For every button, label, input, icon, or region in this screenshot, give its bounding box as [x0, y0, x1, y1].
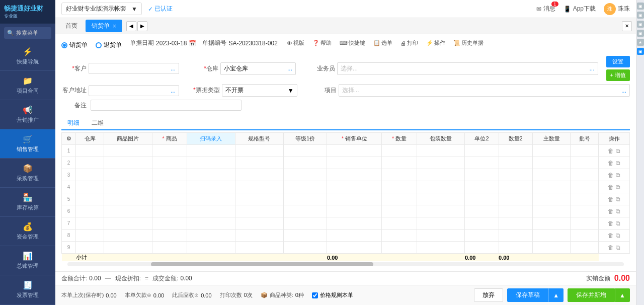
search-menu-button[interactable]: 🔍 搜索菜单 — [4, 27, 51, 39]
sidebar-item-project[interactable]: 📁 项目合同 — [0, 71, 55, 100]
tab-next-button[interactable]: ▶ — [137, 21, 147, 31]
th-sales-unit: * 销售单位 — [327, 133, 382, 145]
row-copy-icon[interactable]: ⧉ — [616, 160, 620, 167]
receivable-field: 此后应收⊙ 0.00 — [172, 291, 211, 299]
row-delete-icon[interactable]: 🗑 — [608, 220, 614, 227]
row-delete-icon[interactable]: 🗑 — [608, 232, 614, 239]
tab-sales-order[interactable]: 销货单 × — [86, 20, 122, 32]
product-icon: 📦 — [261, 292, 268, 298]
sidebar-item-sales[interactable]: 🛒 销售管理 — [0, 129, 55, 159]
user-avatar[interactable]: 珠 珠珠 — [604, 3, 630, 15]
remark-input[interactable] — [91, 100, 242, 111]
company-selector[interactable]: 好业财专业版演示帐套 ▼ — [61, 3, 142, 15]
right-panel-icon-3[interactable]: ▣ — [637, 21, 644, 28]
address-input[interactable]: ... — [89, 85, 179, 96]
deal-label: 成交金额: — [152, 274, 178, 283]
settings-button[interactable]: 设置 — [606, 56, 630, 67]
sidebar-item-marketing[interactable]: 📢 营销推广 — [0, 100, 55, 129]
invoice-select[interactable]: 不开票 ▼ — [222, 84, 297, 97]
sidebar-item-invoice[interactable]: 🧾 发票管理 — [0, 275, 55, 304]
radio-return-order[interactable]: 退货单 — [96, 41, 122, 49]
product-types-label: 商品种类: — [270, 291, 293, 299]
salesman-input[interactable]: 选择... ... — [337, 62, 598, 75]
th-pack-qty: 包装数量 — [417, 133, 465, 145]
row-delete-icon[interactable]: 🗑 — [608, 184, 614, 191]
warehouse-input[interactable]: 小宝仓库 ... — [220, 62, 296, 75]
sidebar-item-funds[interactable]: 💰 资金管理 — [0, 217, 55, 246]
sidebar-item-inventory[interactable]: 🏪 库存核算 — [0, 188, 55, 217]
sidebar-item-quick-nav[interactable]: ⚡ 快捷导航 — [0, 42, 55, 71]
shortcut-button[interactable]: ⌨ 快捷键 — [337, 38, 368, 48]
actual-label: 实销金额 — [586, 274, 610, 283]
row-delete-icon[interactable]: 🗑 — [608, 196, 614, 203]
row-copy-icon[interactable]: ⧉ — [616, 172, 620, 179]
th-qty2-label: 数量2 — [509, 135, 523, 141]
warehouse-dots[interactable]: ... — [287, 65, 292, 72]
sidebar-item-label: 资金管理 — [17, 233, 39, 241]
price-check: 价格规则本单 — [312, 291, 353, 299]
save-draft-arrow[interactable]: ▲ — [548, 288, 564, 302]
tab-prev-button[interactable]: ◀ — [126, 21, 136, 31]
tab-2d[interactable]: 二维 — [86, 117, 110, 129]
tab-close-all-button[interactable]: ✕ — [622, 21, 632, 31]
save-draft-button[interactable]: 保存草稿 — [507, 288, 548, 302]
print-button[interactable]: 🖨 打印 — [397, 38, 421, 48]
scrollbar-thumb[interactable] — [151, 262, 373, 266]
row-copy-icon[interactable]: ⧉ — [616, 196, 620, 203]
operation-button[interactable]: ⚡ 操作 — [423, 38, 448, 48]
right-panel-icon-5[interactable]: ★ — [637, 39, 644, 46]
row-copy-icon[interactable]: ⧉ — [616, 208, 620, 215]
row-delete-icon[interactable]: 🗑 — [608, 244, 614, 251]
funds-icon: 💰 — [23, 222, 33, 232]
customer-input[interactable]: ... — [89, 63, 179, 74]
history-button[interactable]: 📜 历史单据 — [450, 38, 487, 48]
customer-dots[interactable]: ... — [171, 65, 176, 72]
right-panel-icon-1[interactable]: ▣ — [637, 3, 644, 10]
tab-home[interactable]: 首页 — [59, 20, 84, 32]
tab-detail[interactable]: 明细 — [61, 117, 86, 130]
actual-value: 0.00 — [614, 274, 630, 283]
right-panel-icon-6[interactable]: ▣ — [637, 48, 644, 55]
row-delete-icon[interactable]: 🗑 — [608, 172, 614, 179]
select-order-button[interactable]: 📋 选单 — [370, 38, 395, 48]
row-delete-icon[interactable]: 🗑 — [608, 147, 614, 155]
save-new-arrow[interactable]: ▲ — [615, 288, 630, 302]
message-button[interactable]: ✉ 1 消息 — [536, 5, 555, 13]
right-panel-icon-4[interactable]: ▣ — [637, 30, 644, 37]
row-delete-icon[interactable]: 🗑 — [608, 208, 614, 215]
project-input[interactable]: 选择... ... — [339, 84, 630, 97]
final-amount: 实销金额 0.00 — [586, 274, 630, 283]
table-row: 6 🗑 ⧉ — [62, 205, 630, 217]
view-button[interactable]: 👁 视版 — [284, 38, 307, 48]
app-download-button[interactable]: 📱 App下载 — [564, 5, 596, 13]
help-button[interactable]: ❓ 帮助 — [309, 38, 335, 48]
row-copy-icon[interactable]: ⧉ — [616, 220, 620, 227]
row-copy-icon[interactable]: ⧉ — [616, 184, 620, 191]
radio-sales-order[interactable]: 销货单 — [61, 41, 88, 49]
horizontal-scrollbar[interactable] — [67, 262, 624, 266]
row-num-7: 7 — [62, 217, 76, 230]
row-copy-icon[interactable]: ⧉ — [616, 232, 620, 239]
detail-table-container: ⚙ 仓库 商品图片 * 商品 扫码录入 — [55, 132, 636, 271]
amount-value: 0.00 — [89, 275, 101, 282]
row-delete-icon[interactable]: 🗑 — [608, 160, 614, 167]
row-copy-icon[interactable]: ⧉ — [616, 244, 620, 251]
abandon-button[interactable]: 放弃 — [474, 288, 503, 302]
right-panel-icon-2[interactable]: ▣ — [637, 12, 644, 19]
address-dots[interactable]: ... — [171, 87, 176, 94]
topbar-right: ✉ 1 消息 📱 App下载 珠 珠珠 — [536, 3, 630, 15]
sidebar-item-purchase[interactable]: 📦 采购管理 — [0, 159, 55, 188]
warehouse-label: 仓库 — [206, 65, 218, 72]
address-field: 客户地址 ... — [61, 85, 179, 96]
save-new-button[interactable]: 保存并新增 — [568, 288, 615, 302]
settings-icon[interactable]: ⚙ — [66, 135, 71, 141]
project-dots[interactable]: ... — [621, 87, 626, 94]
salesman-dots[interactable]: ... — [589, 65, 594, 72]
row-copy-icon[interactable]: ⧉ — [616, 147, 620, 155]
tab-close-button[interactable]: × — [113, 23, 116, 30]
vat-button[interactable]: + 增值 — [606, 69, 630, 81]
logo-sub: 专业版 — [4, 13, 43, 20]
calendar-icon[interactable]: 📅 — [189, 40, 196, 47]
sidebar-item-accounting[interactable]: 📊 总账管理 — [0, 246, 55, 275]
price-check-input[interactable] — [312, 292, 318, 298]
